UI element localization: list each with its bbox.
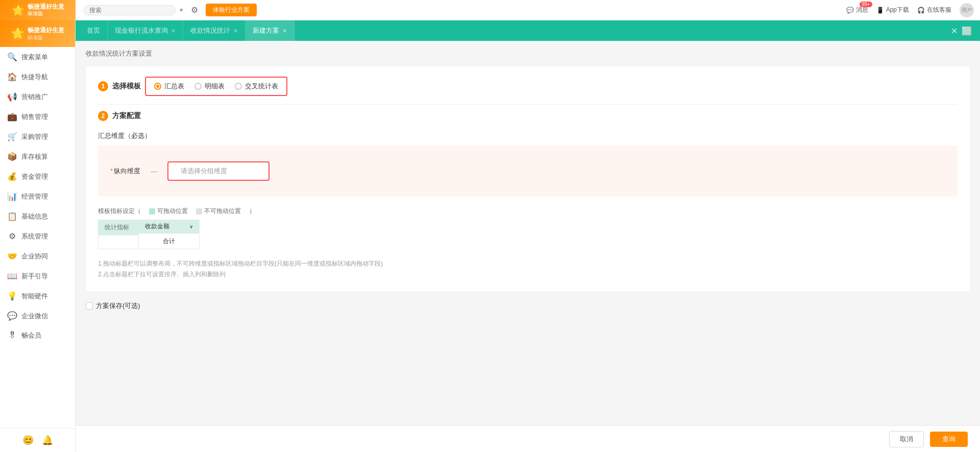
indicator-legend: 模板指标设定（ 可拖动位置 不可拖动位置 ） xyxy=(98,207,958,216)
top-header: 🌟 畅捷通好生意 标准版 ▾ ⚙ 体验行业方案 💬 消息 99+ 📱 App下载… xyxy=(0,0,980,20)
sidebar-label-inventory: 库存核算 xyxy=(21,152,48,161)
search-icon: 🔍 xyxy=(7,52,17,62)
bottom-action-bar: 取消 查询 xyxy=(76,425,980,452)
dimension-selector-input[interactable]: 请选择分组维度 xyxy=(167,161,270,181)
query-button[interactable]: 查询 xyxy=(930,432,968,447)
edition-badge: 标准版 xyxy=(28,11,64,17)
gear-icon[interactable]: ⚙ xyxy=(187,3,202,17)
tab-home-label: 首页 xyxy=(87,26,100,35)
sidebar-item-wechat[interactable]: 💬 企业微信 xyxy=(0,306,75,326)
radio-cross-label: 交叉统计表 xyxy=(245,82,278,91)
page-content: 收款情况统计方案设置 1 选择模板 汇总表 xyxy=(76,41,980,425)
sidebar-item-member[interactable]: 🎖 畅会员 xyxy=(0,326,75,345)
message-btn[interactable]: 💬 消息 99+ xyxy=(846,6,868,14)
sidebar-label-wechat: 企业微信 xyxy=(21,312,48,321)
stat-dropdown-arrow[interactable]: ∨ xyxy=(189,224,193,229)
indicator-section: 模板指标设定（ 可拖动位置 不可拖动位置 ） 统计指标 xyxy=(98,207,958,249)
sidebar-item-marketing[interactable]: 📢 营销推广 xyxy=(0,87,75,107)
content-area: 首页 现金银行流水查询 ✕ 收款情况统计 ✕ 新建方案 ✕ ✕ ⬜ 收款 xyxy=(76,20,980,452)
section2-title: 方案配置 xyxy=(112,111,141,121)
tab-cashflow-close[interactable]: ✕ xyxy=(171,28,176,34)
sidebar-label-hardware: 智能硬件 xyxy=(21,292,48,301)
sidebar-item-quicknav[interactable]: 🏠 快捷导航 xyxy=(0,67,75,87)
user-avatar[interactable]: 用户 xyxy=(960,3,974,17)
radio-detail[interactable]: 明细表 xyxy=(194,82,225,91)
radio-summary[interactable]: 汇总表 xyxy=(154,82,184,91)
sidebar: 🌟 畅捷通好生意 标准版 🔍 搜索菜单 🏠 快捷导航 📢 营销推广 💼 销售管理… xyxy=(0,20,76,452)
radio-summary-label: 汇总表 xyxy=(164,82,184,91)
hardware-icon: 💡 xyxy=(7,291,17,301)
tab-newplan-label: 新建方案 xyxy=(253,26,279,35)
sidebar-item-finance[interactable]: 💰 资金管理 xyxy=(0,166,75,186)
tab-receipt-close[interactable]: ✕ xyxy=(233,28,238,34)
sidebar-item-inventory[interactable]: 📦 库存核算 xyxy=(0,147,75,166)
logo-icon: 🌟 xyxy=(12,4,24,16)
stat-label-col: 统计指标 xyxy=(98,220,139,249)
purchase-icon: 🛒 xyxy=(7,132,17,141)
download-icon: 📱 xyxy=(876,7,884,14)
tab-newplan[interactable]: 新建方案 ✕ xyxy=(246,20,295,41)
header-right: 💬 消息 99+ 📱 App下载 🎧 在线客服 用户 xyxy=(846,3,974,17)
sidebar-item-hardware[interactable]: 💡 智能硬件 xyxy=(0,286,75,306)
dimension-area: 纵向维度 — 请选择分组维度 xyxy=(98,146,958,197)
service-btn[interactable]: 🎧 在线客服 xyxy=(917,6,951,14)
legend-draggable-label: 可拖动位置 xyxy=(157,207,188,216)
system-icon: ⚙ xyxy=(7,231,17,241)
sidebar-item-management[interactable]: 📊 经营管理 xyxy=(0,186,75,206)
trial-button[interactable]: 体验行业方案 xyxy=(206,4,257,16)
sidebar-item-guide[interactable]: 📖 新手引导 xyxy=(0,266,75,286)
indicator-title-text: 模板指标设定（ xyxy=(98,207,141,216)
cooperation-icon: 🤝 xyxy=(7,251,17,261)
divider1 xyxy=(98,104,958,105)
vertical-dimension-label: 纵向维度 xyxy=(110,166,140,176)
radio-summary-circle xyxy=(154,83,161,90)
sidebar-label-purchase: 采购管理 xyxy=(21,132,48,141)
sidebar-item-basic[interactable]: 📋 基础信息 xyxy=(0,206,75,226)
section2-number: 2 xyxy=(98,111,108,121)
tab-receipt[interactable]: 收款情况统计 ✕ xyxy=(183,20,246,41)
dimension-config-title: 汇总维度（必选） xyxy=(98,131,958,140)
service-label: 在线客服 xyxy=(927,6,951,14)
stat-section-label: 统计指标 xyxy=(99,220,138,235)
sidebar-item-system[interactable]: ⚙ 系统管理 xyxy=(0,226,75,246)
tab-maximize[interactable]: ⬜ xyxy=(962,26,972,36)
user-name: 用户 xyxy=(962,7,972,14)
sidebar-item-search[interactable]: 🔍 搜索菜单 xyxy=(0,47,75,67)
section1-title: 选择模板 xyxy=(112,82,141,91)
search-input[interactable] xyxy=(84,5,176,15)
dropdown-icon[interactable]: ▾ xyxy=(180,6,183,14)
tab-home[interactable]: 首页 xyxy=(80,20,108,41)
sidebar-item-purchase[interactable]: 🛒 采购管理 xyxy=(0,127,75,147)
stat-header-label: 收款金额 xyxy=(145,222,169,231)
sidebar-label-basic: 基础信息 xyxy=(21,212,48,221)
sidebar-label-cooperation: 企业协同 xyxy=(21,252,48,261)
sidebar-label-management: 经营管理 xyxy=(21,192,48,201)
sidebar-edition: 标准版 xyxy=(28,34,64,41)
marketing-icon: 📢 xyxy=(7,92,17,102)
tips-section: 1.拖动标题栏可以调整布局，不可跨维度或指标区域拖动栏目字段(只能在同一维度或指… xyxy=(98,259,958,279)
save-checkbox[interactable]: 方案保存(可选) xyxy=(86,301,970,311)
cancel-button[interactable]: 取消 xyxy=(889,431,924,447)
stat-table-header[interactable]: 收款金额 ∨ xyxy=(139,220,199,233)
radio-detail-circle xyxy=(194,83,202,90)
tab-newplan-close[interactable]: ✕ xyxy=(282,28,287,34)
download-btn[interactable]: 📱 App下载 xyxy=(876,6,909,14)
tab-close-all[interactable]: ✕ xyxy=(951,26,958,36)
radio-cross-circle xyxy=(235,83,242,90)
finance-icon: 💰 xyxy=(7,172,17,181)
template-radio-group: 汇总表 明细表 交叉统计表 xyxy=(154,82,278,91)
home-icon: 🏠 xyxy=(7,72,17,82)
sidebar-bottom-icon2[interactable]: 🔔 xyxy=(42,435,53,446)
sidebar-bottom-icon1[interactable]: 😊 xyxy=(22,435,34,446)
sales-icon: 💼 xyxy=(7,112,17,122)
tab-cashflow-label: 现金银行流水查询 xyxy=(115,26,168,35)
guide-icon: 📖 xyxy=(7,271,17,281)
sidebar-item-sales[interactable]: 💼 销售管理 xyxy=(0,107,75,127)
dimension-arrow: — xyxy=(151,168,157,175)
tab-cashflow[interactable]: 现金银行流水查询 ✕ xyxy=(108,20,183,41)
sidebar-item-cooperation[interactable]: 🤝 企业协同 xyxy=(0,246,75,266)
legend-fixed-label: 不可拖动位置 xyxy=(204,207,241,216)
service-icon: 🎧 xyxy=(917,7,925,14)
radio-cross[interactable]: 交叉统计表 xyxy=(235,82,278,91)
sidebar-label-sales: 销售管理 xyxy=(21,112,48,122)
